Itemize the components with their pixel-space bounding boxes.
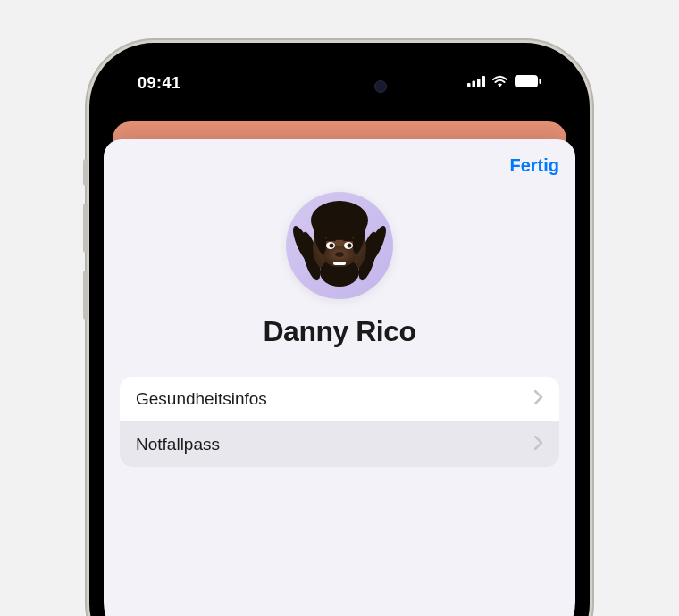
svg-point-27 [335,252,344,257]
health-details-row[interactable]: Gesundheitsinfos [120,377,559,422]
list-item-label: Notfallpass [136,435,220,454]
front-camera [374,80,387,93]
memoji-icon [286,192,393,299]
chevron-right-icon [534,436,543,454]
svg-rect-25 [325,238,336,241]
svg-rect-5 [540,79,542,84]
profile-modal-sheet: Fertig [104,139,575,616]
svg-rect-0 [467,83,471,87]
svg-rect-28 [333,262,346,265]
phone-side-buttons [83,159,88,337]
phone-frame: 09:41 [89,43,590,616]
svg-rect-4 [515,75,538,87]
chevron-right-icon [534,390,543,408]
wifi-icon [491,75,508,91]
svg-point-23 [330,244,334,248]
svg-point-15 [324,204,337,223]
phone-screen: 09:41 [104,57,575,616]
list-item-label: Gesundheitsinfos [136,389,267,409]
profile-name: Danny Rico [263,315,415,348]
svg-rect-3 [482,76,486,87]
svg-rect-1 [473,81,476,88]
svg-point-24 [348,244,352,248]
modal-header: Fertig [120,155,559,176]
avatar[interactable] [286,192,393,299]
svg-rect-2 [477,79,481,87]
done-button[interactable]: Fertig [509,155,559,176]
svg-rect-26 [343,238,354,241]
medical-id-row[interactable]: Notfallpass [120,422,559,467]
status-time: 09:41 [138,74,181,93]
status-indicators [467,75,541,91]
dynamic-island [281,70,398,104]
settings-list: Gesundheitsinfos Notfallpass [120,377,559,467]
svg-point-16 [342,204,355,223]
cellular-signal-icon [467,75,485,91]
battery-icon [515,75,541,91]
profile-section: Danny Rico [120,192,559,348]
